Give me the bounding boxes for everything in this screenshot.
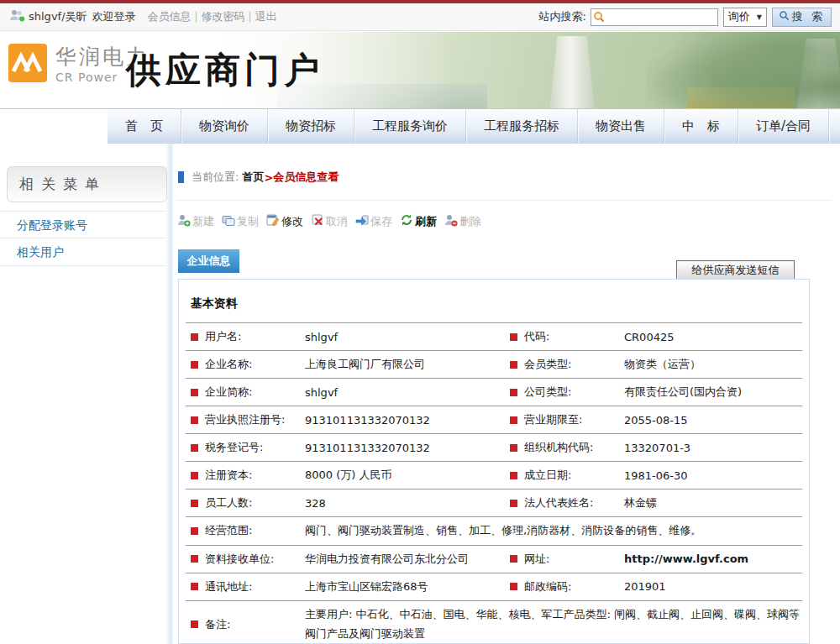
field-value: 201901 xyxy=(624,579,802,594)
delete-button[interactable]: 删除 xyxy=(444,213,481,229)
field-value: 13320701-3 xyxy=(624,440,802,456)
search-category-value: 询价 xyxy=(728,9,750,24)
field-label: 组织机构代码: xyxy=(524,440,593,455)
page: shlgvf/吴昕 欢迎登录 会员信息 | 修改密码 | 退出 站内搜索: 询价… xyxy=(0,0,840,644)
nav-home[interactable]: 首 页 xyxy=(108,109,181,143)
breadcrumb: 当前位置: 首页 > 会员信息查看 xyxy=(178,170,339,185)
breadcrumb-current: 会员信息查看 xyxy=(273,170,339,185)
table-row: 注册资本: 8000 (万) 人民币 成立日期: 1981-06-30 xyxy=(186,461,802,489)
red-bullet-icon xyxy=(510,361,517,369)
divider-line xyxy=(176,200,832,201)
field-value: 1981-06-30 xyxy=(624,468,802,484)
field-label: 成立日期: xyxy=(524,468,571,483)
cancel-button[interactable]: 取消 xyxy=(311,213,348,229)
field-label: 用户名: xyxy=(205,329,241,344)
send-sms-button[interactable]: 给供应商发送短信 xyxy=(676,260,795,280)
user-minus-icon xyxy=(444,213,458,229)
refresh-button[interactable]: 刷新 xyxy=(400,213,437,229)
field-label: 法人代表姓名: xyxy=(524,495,593,510)
nav-awarded[interactable]: 中 标 xyxy=(664,109,738,143)
logged-in-user: shlgvf/吴昕 xyxy=(29,9,87,24)
breadcrumb-label: 当前位置: xyxy=(192,170,239,185)
field-label: 营业期限至: xyxy=(524,412,582,427)
red-bullet-icon xyxy=(510,416,517,424)
logout-link[interactable]: 退出 xyxy=(255,9,277,24)
red-bullet-icon xyxy=(191,416,198,424)
table-row: 资料接收单位: 华润电力投资有限公司东北分公司 网址: http://www.l… xyxy=(186,545,802,573)
red-bullet-icon xyxy=(191,472,198,479)
company-info-panel: 基本资料 用户名: shlgvf 代码: CR00425 企业名称: 上海良工阀… xyxy=(178,279,810,644)
sidebar-title-box: 相关菜单 xyxy=(7,166,167,202)
search-button[interactable]: 搜 索 xyxy=(772,8,832,27)
edit-pencil-icon xyxy=(266,213,280,229)
field-label: 税务登记号: xyxy=(205,440,263,455)
table-row: 营业执照注册号: 913101131332070132 营业期限至: 2055-… xyxy=(186,406,802,433)
red-bullet-icon xyxy=(191,620,198,628)
search-input[interactable] xyxy=(591,8,718,26)
red-bullet-icon xyxy=(191,500,198,507)
nav-orders-contracts[interactable]: 订单/合同 xyxy=(738,109,829,143)
refresh-arrows-icon xyxy=(400,213,413,229)
tab-company-info[interactable]: 企业信息 xyxy=(178,249,239,273)
toolbar: 新建 复制 修改 取消 保存 刷新 xyxy=(177,213,481,229)
welcome-text: 欢迎登录 xyxy=(92,9,136,24)
sidebar-item-assign-accounts[interactable]: 分配登录账号 xyxy=(0,211,166,238)
save-button[interactable]: 保存 xyxy=(355,213,392,229)
nav-service-inquiry[interactable]: 工程服务询价 xyxy=(354,109,466,143)
breadcrumb-marker-icon xyxy=(178,171,184,183)
field-value: 华润电力投资有限公司东北分公司 xyxy=(305,550,505,568)
field-value: CR00425 xyxy=(624,329,802,345)
red-bullet-icon xyxy=(510,472,517,479)
red-bullet-icon xyxy=(510,333,517,341)
field-value: 上海市宝山区锦宏路68号 xyxy=(305,578,505,596)
sidebar-edge xyxy=(165,144,173,644)
field-value: 2055-08-15 xyxy=(624,412,802,428)
member-info-link[interactable]: 会员信息 xyxy=(148,9,192,24)
modify-button[interactable]: 修改 xyxy=(266,213,303,229)
search-button-label: 搜 索 xyxy=(792,9,825,24)
divider: | xyxy=(195,11,198,23)
nav-material-inquiry[interactable]: 物资询价 xyxy=(181,109,268,143)
field-value: 林金镖 xyxy=(624,494,802,512)
table-row: 通讯地址: 上海市宝山区锦宏路68号 邮政编码: 201901 xyxy=(186,573,802,600)
divider: | xyxy=(249,11,252,23)
cr-power-logo-icon xyxy=(8,44,47,86)
field-label: 邮政编码: xyxy=(524,579,571,594)
field-value: 328 xyxy=(305,495,505,511)
red-bullet-icon xyxy=(191,361,198,369)
red-bullet-icon xyxy=(510,583,517,590)
search-button-magnifier-icon xyxy=(779,10,790,24)
red-bullet-icon xyxy=(510,555,517,563)
nav-service-bidding[interactable]: 工程服务招标 xyxy=(466,109,578,143)
field-label: 备注: xyxy=(205,617,230,632)
copy-button[interactable]: 复制 xyxy=(222,213,259,229)
field-label: 通讯地址: xyxy=(205,579,252,594)
user-icon xyxy=(8,8,25,25)
search-input-magnifier-icon xyxy=(593,10,605,26)
search-category-dropdown[interactable]: 询价 ▼ xyxy=(723,8,767,27)
red-bullet-icon xyxy=(510,500,517,507)
field-label: 企业简称: xyxy=(205,385,252,400)
red-bullet-icon xyxy=(510,389,517,396)
field-label: 公司类型: xyxy=(524,385,571,400)
field-value: 913101131332070132 xyxy=(305,440,505,456)
breadcrumb-home[interactable]: 首页 xyxy=(242,170,264,185)
table-row: 企业简称: shlgvf 公司类型: 有限责任公司(国内合资) xyxy=(186,378,802,406)
website-value: http://www.lgvf.com xyxy=(624,551,802,567)
sidebar-item-related-users[interactable]: 相关用户 xyxy=(0,238,166,266)
red-bullet-icon xyxy=(191,444,198,452)
banner: 华润电力 CR Power 供应商门户 xyxy=(0,32,840,109)
field-value: 913101131332070132 xyxy=(305,412,505,428)
search-label: 站内搜索: xyxy=(538,9,585,24)
new-button[interactable]: 新建 xyxy=(177,213,214,229)
red-bullet-icon xyxy=(191,583,198,590)
user-plus-icon xyxy=(177,213,191,229)
field-label: 营业执照注册号: xyxy=(205,412,285,427)
table-row: 员工人数: 328 法人代表姓名: 林金镖 xyxy=(186,489,802,516)
table-row: 企业名称: 上海良工阀门厂有限公司 会员类型: 物资类（运营） xyxy=(186,350,802,378)
nav-material-bidding[interactable]: 物资招标 xyxy=(268,109,354,143)
field-value: 上海良工阀门厂有限公司 xyxy=(305,355,505,374)
nav-material-sale[interactable]: 物资出售 xyxy=(578,109,664,143)
sidebar: 相关菜单 分配登录账号 相关用户 xyxy=(0,144,173,644)
change-password-link[interactable]: 修改密码 xyxy=(202,9,245,24)
